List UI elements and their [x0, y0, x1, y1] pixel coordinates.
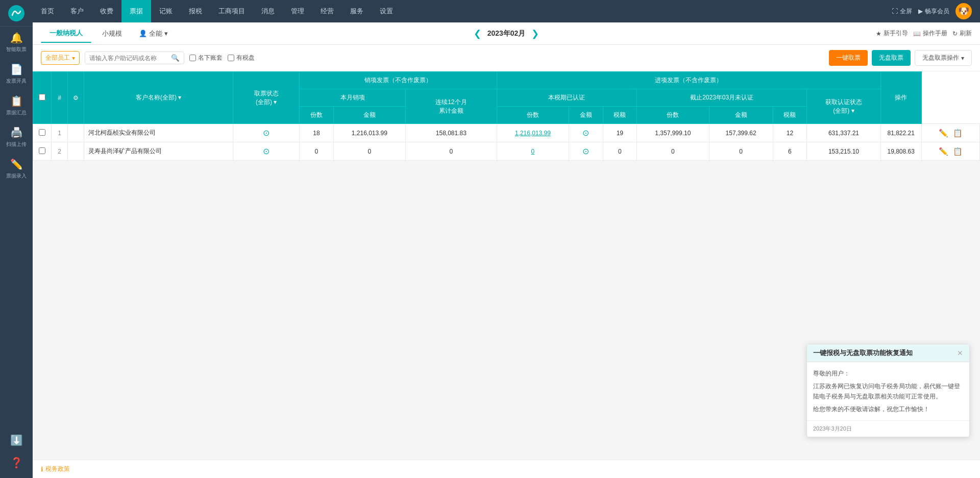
- smart-fetch-icon: 🔔: [10, 32, 23, 44]
- nav-manage[interactable]: 管理: [283, 0, 312, 22]
- tab-general[interactable]: 一般纳税人: [41, 24, 91, 43]
- sidebar-item-smart-fetch[interactable]: 🔔 智能取票: [0, 27, 33, 58]
- tax-policy-label: 税务政策: [45, 465, 70, 473]
- tab-small[interactable]: 小规模: [93, 24, 131, 43]
- tax-policy-icon: ℹ: [41, 466, 43, 473]
- th-customer[interactable]: 客户名称(全部) ▾: [84, 72, 233, 124]
- bottom-bar: ℹ 税务政策: [33, 460, 980, 478]
- row-checkbox-cell[interactable]: [33, 124, 52, 142]
- row-cert-status: ⊙: [569, 142, 603, 161]
- row-detail-icon[interactable]: 📋: [953, 147, 963, 156]
- user-avatar[interactable]: 🐶: [955, 3, 972, 19]
- customer-filter-icon[interactable]: ▾: [178, 94, 181, 101]
- th-fetch-status[interactable]: 取票状态(全部) ▾: [233, 72, 300, 124]
- refresh-label: 刷新: [960, 29, 972, 38]
- table-row: 1 河北柯磊桢实业有限公司 ⊙ 18 1,216,013.99 158,081.…: [33, 124, 980, 142]
- th-pur-cert-shares: 份数: [497, 107, 569, 124]
- invoice-table: # ⚙ 客户名称(全部) ▾ 取票状态(全部) ▾ 销项发票（不含作废票） 进项…: [33, 71, 980, 161]
- employee-select-chevron-icon: ▾: [72, 55, 75, 62]
- sidebar-item-scan-upload-label: 扫描上传: [6, 141, 27, 148]
- sidebar-item-issue-invoice[interactable]: 📄 发票开具: [0, 58, 33, 90]
- nav-items: 首页 客户 收费 票据 记账 报税 工商项目 消息 管理 经营 服务 设置: [33, 0, 892, 22]
- th-pur-uncert-amount: 金额: [709, 107, 773, 124]
- one-click-fetch-btn[interactable]: 一键取票: [829, 50, 868, 66]
- th-cert-status[interactable]: 获取认证状态(全部) ▾: [807, 89, 881, 124]
- help-icon-btn[interactable]: ❓: [7, 454, 26, 472]
- avatar-icon: 🐶: [958, 6, 969, 17]
- vip-btn[interactable]: ▶ 畅享会员: [918, 7, 949, 16]
- scan-upload-icon: 🖨️: [10, 127, 23, 139]
- no-disk-ops-btn[interactable]: 无盘取票操作 ▾: [915, 50, 972, 66]
- sub-account-checkbox[interactable]: [189, 55, 196, 61]
- select-all-checkbox[interactable]: [39, 94, 45, 100]
- nav-customer[interactable]: 客户: [62, 0, 92, 22]
- search-button[interactable]: 🔍: [167, 52, 184, 64]
- new-guide-btn[interactable]: ★ 新手引导: [876, 29, 908, 38]
- nav-home[interactable]: 首页: [33, 0, 62, 22]
- row-cert-status: ⊙: [569, 124, 603, 142]
- tax-policy-link[interactable]: ℹ 税务政策: [41, 465, 70, 473]
- row-detail-icon[interactable]: 📋: [953, 129, 963, 137]
- download-icon-btn[interactable]: ⬇️: [7, 431, 26, 449]
- sidebar: 🔔 智能取票 📄 发票开具 📋 票据汇总 🖨️ 扫描上传 ✏️ 票据录入 ⬇️ …: [0, 0, 33, 478]
- notification-close-btn[interactable]: ✕: [957, 349, 963, 357]
- row-sales-cumulative[interactable]: 1,216,013.99: [497, 124, 569, 142]
- no-disk-fetch-btn[interactable]: 无盘取票: [872, 50, 911, 66]
- sub-account-checkbox-label[interactable]: 名下账套: [189, 54, 223, 62]
- nav-invoice[interactable]: 票据: [121, 0, 151, 22]
- tax-disk-checkbox-label[interactable]: 有税盘: [228, 54, 255, 62]
- date-prev-btn[interactable]: ❮: [474, 28, 481, 39]
- nav-business[interactable]: 工商项目: [210, 0, 253, 22]
- no-disk-ops-label: 无盘取票操作: [922, 54, 959, 62]
- search-input[interactable]: [85, 53, 167, 64]
- nav-bookkeeping[interactable]: 记账: [151, 0, 181, 22]
- current-date: 2023年02月: [487, 29, 526, 38]
- sales-group-label: 销项发票（不含作废票）: [364, 77, 432, 84]
- row-sales-amount: 1,216,013.99: [333, 124, 405, 142]
- vip-label: 畅享会员: [925, 7, 949, 16]
- nav-settings[interactable]: 设置: [372, 0, 401, 22]
- row-checkbox-0[interactable]: [39, 129, 45, 136]
- nav-message[interactable]: 消息: [253, 0, 283, 22]
- sub-account-label: 名下账套: [198, 54, 223, 62]
- notification-body: 尊敬的用户： 江苏政务网已恢复访问电子税务局功能，易代账一键登陆电子税务局与无盘…: [807, 362, 969, 420]
- sidebar-item-issue-invoice-label: 发票开具: [6, 78, 27, 85]
- date-navigation: ❮ 2023年02月 ❯: [474, 22, 540, 45]
- row-sales-shares: 0: [300, 142, 334, 161]
- tab-all-label: 全能: [149, 29, 162, 38]
- fetch-status-filter-icon[interactable]: ▾: [274, 98, 277, 106]
- invoice-data-table: # ⚙ 客户名称(全部) ▾ 取票状态(全部) ▾ 销项发票（不含作废票） 进项…: [33, 71, 980, 161]
- purchase-group-label: 进项发票（不含作废票）: [655, 77, 722, 84]
- sidebar-item-data-entry[interactable]: ✏️ 票据录入: [0, 153, 33, 185]
- notification-title: 一键报税与无盘取票功能恢复通知: [813, 348, 913, 358]
- refresh-btn[interactable]: ↻ 刷新: [952, 29, 972, 38]
- nav-operation[interactable]: 经营: [312, 0, 342, 22]
- sidebar-item-invoice-summary[interactable]: 📋 票据汇总: [0, 90, 33, 121]
- row-fetch-status: ⊙: [233, 124, 300, 142]
- nav-collection[interactable]: 收费: [92, 0, 121, 22]
- nav-tax[interactable]: 报税: [181, 0, 210, 22]
- date-next-btn[interactable]: ❯: [531, 28, 539, 39]
- row-checkbox-1[interactable]: [39, 147, 45, 154]
- cert-status-filter-icon[interactable]: ▾: [851, 107, 854, 114]
- tab-all[interactable]: 👤 全能 ▾: [133, 25, 174, 42]
- row-checkbox-cell[interactable]: [33, 142, 52, 161]
- th-purchase-uncertified: 截止2023年03月未认证: [637, 89, 807, 107]
- row-edit-icon[interactable]: ✏️: [939, 147, 948, 156]
- tabbar-right-actions: ★ 新手引导 📖 操作手册 ↻ 刷新: [876, 29, 972, 38]
- row-sales-cumulative[interactable]: 0: [497, 142, 569, 161]
- manual-btn[interactable]: 📖 操作手册: [913, 29, 947, 38]
- row-actions: ✏️ 📋: [921, 142, 979, 161]
- sidebar-logo: [0, 0, 33, 27]
- tax-disk-checkbox[interactable]: [228, 55, 234, 61]
- invoice-summary-icon: 📋: [10, 95, 23, 107]
- sidebar-item-scan-upload[interactable]: 🖨️ 扫描上传: [0, 121, 33, 153]
- nav-service[interactable]: 服务: [342, 0, 372, 22]
- row-edit-icon[interactable]: ✏️: [939, 129, 948, 137]
- row-pur-uncert-tax: 19,808.63: [880, 142, 921, 161]
- row-pur-cert-tax: 0: [709, 142, 773, 161]
- th-purchase-certified[interactable]: 本税期已认证: [497, 89, 637, 107]
- tax-disk-label: 有税盘: [236, 54, 255, 62]
- employee-select[interactable]: 全部员工 ▾: [41, 51, 80, 65]
- fullscreen-btn[interactable]: ⛶ 全屏: [892, 7, 912, 16]
